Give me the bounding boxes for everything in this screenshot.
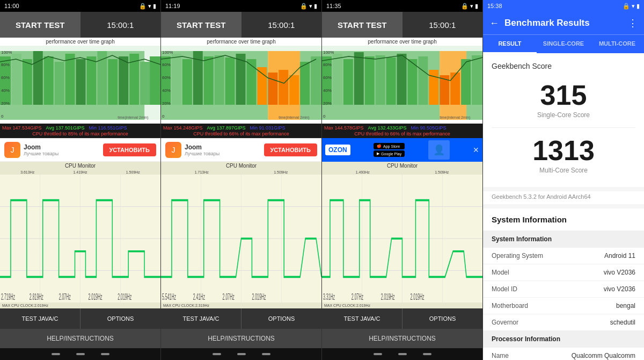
options-button-2[interactable]: OPTIONS: [241, 308, 321, 329]
svg-text:2.819Hz: 2.819Hz: [30, 292, 43, 303]
svg-rect-13: [119, 56, 128, 105]
cpu-graph-svg-2: 5.541Hz 2.41Hz 2.07Hz 2.019Hz: [161, 175, 321, 303]
install-button-2[interactable]: УСТАНОВИТЬ: [264, 143, 317, 156]
googleplay-badge: ▶Google Play: [374, 150, 405, 157]
cpu-freq-bar-2: 1.713Hz 1.509Hz: [161, 170, 321, 175]
info-row-model-id: Model ID vivo V2036: [483, 280, 644, 297]
stat-min-1: Min 116.551GIPS: [89, 125, 127, 131]
test-java-button-1[interactable]: TEST JAVA/C: [0, 308, 80, 329]
back-button[interactable]: ←: [489, 18, 499, 29]
stat-avg-3: Avg 132.433GIPS: [368, 125, 407, 131]
svg-rect-86: [418, 56, 428, 105]
status-icons-1: 🔒 ▾ ▮: [139, 3, 156, 10]
top-bar-2: START TEST 15:00:1: [161, 12, 321, 38]
svg-text:80%: 80%: [323, 62, 332, 67]
home-nav-2: [237, 353, 246, 355]
perf-graph-section-1: performance over time graph 100% 80%: [0, 38, 160, 124]
tab-result[interactable]: RESULT: [483, 35, 537, 53]
cpu-monitor-1: CPU Monitor 3.613Hz 1.419Hz 1.509Hz 2.71…: [0, 162, 160, 308]
svg-rect-91: [472, 55, 482, 105]
cpu-max-2: MAX CPU CLOCK:2.319Hz: [161, 303, 321, 308]
help-bar-3[interactable]: HELP/INSTRUCTIONS: [322, 329, 482, 348]
svg-rect-41: [172, 54, 181, 105]
status-icons-2: 🔒 ▾ ▮: [300, 3, 317, 10]
svg-text:40%: 40%: [162, 88, 171, 93]
stat-min-2: Min 91.031GIPS: [250, 125, 285, 131]
info-row-motherboard: Motherboard bengal: [483, 297, 644, 314]
svg-text:20%: 20%: [323, 101, 332, 106]
svg-rect-82: [376, 55, 385, 105]
tab-single-core[interactable]: SINGLE-CORE: [537, 35, 590, 53]
graph-title-1: performance over time graph: [0, 38, 160, 46]
cpu-max-3: MAX CPU CLOCK:2.019Hz: [322, 303, 482, 308]
help-bar-2[interactable]: HELP/INSTRUCTIONS: [161, 329, 321, 348]
ad-brand-2: Joom: [185, 143, 219, 151]
appstore-badge: 🍎App Store: [374, 143, 405, 149]
start-test-button-2[interactable]: START TEST: [161, 12, 241, 38]
cpu-graph-svg-3: 3.31Hz 2.07Hz 2.019Hz 2.019Hz: [322, 175, 482, 303]
options-button-3[interactable]: OPTIONS: [402, 308, 482, 329]
nav-bar-3: [322, 348, 482, 360]
info-val-os: Android 11: [564, 252, 635, 260]
bench-status-icons: 🔒 ▾ ▮: [623, 3, 640, 10]
help-bar-1[interactable]: HELP/INSTRUCTIONS: [0, 329, 160, 348]
bottom-buttons-1: TEST JAVA/C OPTIONS: [0, 308, 160, 329]
timer-1: 15:00:1: [80, 12, 161, 38]
svg-text:20%: 20%: [162, 101, 171, 106]
svg-text:20%: 20%: [1, 101, 10, 106]
status-icons-3: 🔒 ▾ ▮: [461, 3, 478, 10]
more-button[interactable]: ⋮: [628, 17, 638, 29]
bottom-buttons-2: TEST JAVA/C OPTIONS: [161, 308, 321, 329]
svg-text:5.541Hz: 5.541Hz: [162, 292, 176, 303]
cpu-monitor-2: CPU Monitor 1.713Hz 1.509Hz 5.541Hz 2.41…: [161, 162, 321, 308]
cpu-monitor-title-3: CPU Monitor: [322, 162, 482, 170]
ad-banner-3: OZON 🍎App Store ▶Google Play 👤 ✕: [322, 138, 482, 162]
close-ad-icon[interactable]: ✕: [473, 146, 479, 154]
svg-rect-84: [397, 54, 407, 105]
throttle-2: CPU throttled to 66% of its max performa…: [163, 131, 319, 136]
multi-score-number: 1313: [492, 136, 635, 164]
sys-info-section-row: System Information: [483, 231, 644, 247]
svg-text:time(interval 2min): time(interval 2min): [118, 116, 148, 120]
info-row-os: Operating System Android 11: [483, 247, 644, 264]
svg-text:2.019Hz: 2.019Hz: [118, 292, 131, 303]
info-val-model: vivo V2036: [564, 269, 635, 276]
tab-multi-core[interactable]: MULTI-CORE: [590, 35, 644, 53]
nav-bar-1: [0, 348, 160, 360]
store-badges: 🍎App Store ▶Google Play: [374, 143, 405, 157]
ad-sub-2: Лучшие товары: [185, 151, 219, 156]
ad-text-2: Joom Лучшие товары: [185, 143, 219, 156]
test-java-button-2[interactable]: TEST JAVA/C: [161, 308, 241, 329]
test-java-button-3[interactable]: TEST JAVA/C: [322, 308, 402, 329]
perf-graph-section-3: performance over time graph 100% 80%: [322, 38, 482, 124]
bench-status-bar: 15:38 🔒 ▾ ▮: [483, 0, 644, 12]
graph-title-3: performance over time graph: [322, 38, 482, 46]
bench-header: ← Benchmark Results ⋮: [483, 12, 644, 34]
svg-text:0: 0: [1, 114, 4, 119]
ad-text-1: Joom Лучшие товары: [24, 143, 58, 156]
graph-title-2: performance over time graph: [161, 38, 321, 46]
svg-rect-10: [86, 56, 96, 105]
install-button-1[interactable]: УСТАНОВИТЬ: [103, 143, 156, 156]
sys-info-section: System Information System Information Op…: [483, 208, 644, 360]
svg-text:time(interval 2min): time(interval 2min): [279, 116, 309, 120]
perf-graph-svg-3: 100% 80% 60% 40% 20% 0 time(interval 2mi…: [322, 46, 482, 120]
options-button-1[interactable]: OPTIONS: [80, 308, 160, 329]
info-key-name: Name: [492, 352, 564, 359]
home-nav-1: [76, 353, 85, 355]
svg-rect-45: [215, 55, 224, 105]
stats-bar-3: Max 144.578GIPS Avg 132.433GIPS Min 90.5…: [322, 124, 482, 138]
status-time-3: 11:35: [326, 3, 341, 9]
cpu-freq-bar-1: 3.613Hz 1.419Hz 1.509Hz: [0, 170, 160, 175]
home-nav-3: [398, 353, 407, 355]
status-bar-3: 11:35 🔒 ▾ ▮: [322, 0, 482, 12]
perf-graph-svg-1: 100% 80% 60% 40% 20% 0 time(interval 2mi…: [0, 46, 160, 120]
svg-text:2.019Hz: 2.019Hz: [252, 292, 266, 303]
single-score-block: 315 Single-Core Score: [492, 77, 635, 123]
info-key-model-id: Model ID: [492, 285, 564, 293]
perf-graph-section-2: performance over time graph: [161, 38, 321, 124]
start-test-button-3[interactable]: START TEST: [322, 12, 402, 38]
start-test-button-1[interactable]: START TEST: [0, 12, 80, 38]
svg-rect-49: [257, 67, 267, 105]
version-text: Geekbench 5.3.2 for Android AArch64: [483, 191, 644, 204]
